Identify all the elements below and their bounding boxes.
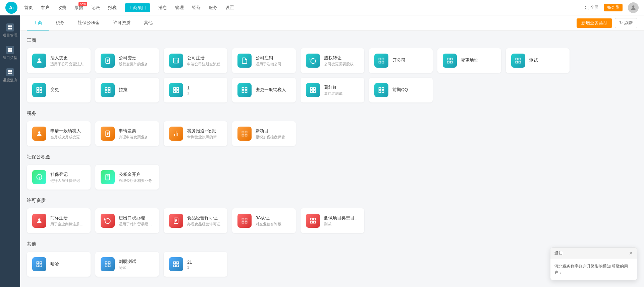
svg-rect-53 (379, 88, 381, 90)
fullscreen-icon: ⛶ (585, 5, 589, 10)
card-shebao-0[interactable]: 社保登记进行人员社保登记 (27, 165, 91, 190)
svg-rect-25 (447, 58, 449, 60)
card-icon-xuke-4 (306, 214, 320, 228)
card-gongshang-5[interactable]: 开公司 (369, 48, 433, 73)
svg-rect-68 (245, 134, 247, 136)
card-xuke-2[interactable]: 食品经营许可证办理食品经营许可证 (164, 208, 227, 233)
nav-item-客户[interactable]: 客户 (41, 5, 50, 11)
tab-1[interactable]: 税务 (49, 16, 71, 30)
chat-close-icon[interactable]: ✕ (629, 250, 633, 256)
nav-item-服务[interactable]: 服务 (209, 5, 217, 11)
vip-btn[interactable]: 畅会员 (604, 4, 623, 11)
card-info-gongshang-2: 公司注册申请公司注册全流程 (187, 55, 222, 67)
svg-rect-10 (10, 70, 12, 72)
svg-rect-8 (10, 50, 12, 52)
card-name-gongshang-8: 变更 (50, 87, 85, 93)
nav-items: 首页客户收费票据new记账报税工商项目消息管理经营服务设置 (24, 3, 585, 12)
card-icon-gongshang-5 (374, 54, 388, 68)
nav-item-工商项目[interactable]: 工商项目 (125, 3, 150, 12)
card-gongshang-13[interactable]: 前期QQ (369, 78, 433, 102)
svg-rect-4 (10, 28, 12, 29)
sidebar-item-1[interactable]: 项目类型 (1, 43, 19, 63)
card-name-xuke-3: 3A认证 (256, 215, 290, 221)
avatar[interactable] (628, 2, 639, 13)
card-name-shuiwu-2: 税务报道+记账 (187, 128, 222, 134)
card-xuke-0[interactable]: 商标注册用于企业商标注册服务 (27, 208, 91, 233)
card-xuke-3[interactable]: 3A认证对企业信誉评级 (232, 208, 296, 233)
nav-item-票据[interactable]: 票据new (74, 5, 83, 11)
sidebar-icon-1 (6, 46, 14, 54)
card-desc-qita-1: 测试 (119, 265, 154, 270)
svg-rect-3 (8, 28, 10, 29)
card-xuke-1[interactable]: 进出口权办理适用于对外贸易经营者 (95, 208, 159, 233)
card-gongshang-1[interactable]: 公司变更股权变更外的业务变更 (95, 48, 159, 73)
card-icon-gongshang-12 (306, 83, 320, 97)
card-shebao-1[interactable]: 公积金开户办理公积金相关业务 (95, 165, 159, 190)
card-qita-1[interactable]: 刘聪测试测试 (95, 252, 159, 277)
tab-bar: 工商税务社保公积金许可资质其他 新增业务类型 ↻ 刷新 (20, 15, 644, 31)
card-qita-0[interactable]: 哈哈 (27, 252, 91, 277)
card-icon-shuiwu-2 (169, 127, 183, 141)
card-name-shuiwu-0: 申请一般纳税人 (50, 128, 85, 134)
card-gongshang-8[interactable]: 变更 (27, 78, 91, 102)
card-icon-gongshang-6 (443, 54, 457, 68)
card-shuiwu-2[interactable]: 税务报道+记账拿到营业执照的新公司 (164, 121, 227, 146)
card-icon-xuke-0 (32, 214, 46, 228)
card-name-xuke-1: 进出口权办理 (119, 215, 154, 221)
sidebar-item-0[interactable]: 项目管理 (1, 21, 19, 41)
card-info-shuiwu-3: 新项目报税加税控盘保管 (256, 128, 290, 140)
tab-4[interactable]: 其他 (137, 16, 159, 30)
card-gongshang-7[interactable]: 测试 (506, 48, 570, 73)
card-gongshang-11[interactable]: 变更一般纳税人 (232, 78, 296, 102)
card-shuiwu-3[interactable]: 新项目报税加税控盘保管 (232, 121, 296, 146)
svg-rect-28 (450, 61, 452, 63)
card-name-shuiwu-3: 新项目 (256, 128, 290, 134)
card-gongshang-9[interactable]: 拉拉 (95, 78, 159, 102)
svg-rect-35 (37, 91, 39, 93)
cards-grid-shuiwu: 申请一般纳税人当月或次月成变更完成申请发票办理申请发票业务税务报道+记账拿到营业… (27, 121, 637, 146)
nav-item-经营[interactable]: 经营 (192, 5, 201, 11)
tab-3[interactable]: 许可资质 (106, 16, 137, 30)
sidebar-label-1: 项目类型 (3, 55, 17, 60)
section-shuiwu: 税务申请一般纳税人当月或次月成变更完成申请发票办理申请发票业务税务报道+记账拿到… (27, 111, 637, 146)
nav-item-首页[interactable]: 首页 (24, 5, 33, 11)
card-shuiwu-0[interactable]: 申请一般纳税人当月或次月成变更完成 (27, 121, 91, 146)
tab-0[interactable]: 工商 (27, 16, 49, 30)
refresh-button[interactable]: ↻ 刷新 (615, 18, 637, 28)
card-gongshang-2[interactable]: 公司注册申请公司注册全流程 (164, 48, 227, 73)
card-gongshang-6[interactable]: 变更地址 (437, 48, 501, 73)
svg-rect-6 (10, 48, 12, 50)
card-shuiwu-1[interactable]: 申请发票办理申请发票业务 (95, 121, 159, 146)
nav-item-报税[interactable]: 报税 (108, 5, 117, 11)
svg-rect-86 (314, 221, 316, 223)
new-type-button[interactable]: 新增业务类型 (577, 18, 612, 28)
card-gongshang-10[interactable]: 11 (164, 78, 227, 102)
sidebar-item-2[interactable]: 进度监测 (1, 66, 19, 85)
tabs-container: 工商税务社保公积金许可资质其他 (27, 16, 159, 30)
card-gongshang-3[interactable]: 公司注销适用于注销公司 (232, 48, 296, 73)
svg-point-57 (38, 131, 41, 134)
nav-item-管理[interactable]: 管理 (175, 5, 184, 11)
card-gongshang-4[interactable]: 股权转让公司变更需要股权转让 (301, 48, 364, 73)
svg-rect-9 (8, 70, 10, 72)
card-xuke-4[interactable]: 测试项目类型目定义测试 (301, 208, 364, 233)
card-desc-shuiwu-2: 拿到营业执照的新公司 (187, 135, 222, 140)
card-gongshang-12[interactable]: 葛红红葛红红测试 (301, 78, 364, 102)
nav-item-记账[interactable]: 记账 (91, 5, 100, 11)
card-qita-2[interactable]: 211 (164, 252, 227, 277)
tab-bar-actions: 新增业务类型 ↻ 刷新 (577, 18, 637, 28)
svg-rect-7 (8, 50, 10, 52)
card-icon-gongshang-0 (32, 54, 46, 68)
tab-2[interactable]: 社保公积金 (71, 16, 106, 30)
nav-item-消息[interactable]: 消息 (158, 5, 167, 11)
card-gongshang-0[interactable]: 法人变更适用于公司变更法人 (27, 48, 91, 73)
svg-rect-18 (174, 58, 179, 63)
fullscreen-btn[interactable]: ⛶ 全屏 (585, 5, 598, 10)
nav-item-设置[interactable]: 设置 (225, 5, 234, 11)
card-icon-xuke-2 (169, 214, 183, 228)
card-icon-gongshang-7 (511, 54, 525, 68)
card-icon-gongshang-3 (237, 54, 252, 68)
card-desc-shuiwu-1: 办理申请发票业务 (119, 135, 154, 140)
svg-rect-37 (105, 88, 107, 90)
nav-item-收费[interactable]: 收费 (58, 5, 66, 11)
